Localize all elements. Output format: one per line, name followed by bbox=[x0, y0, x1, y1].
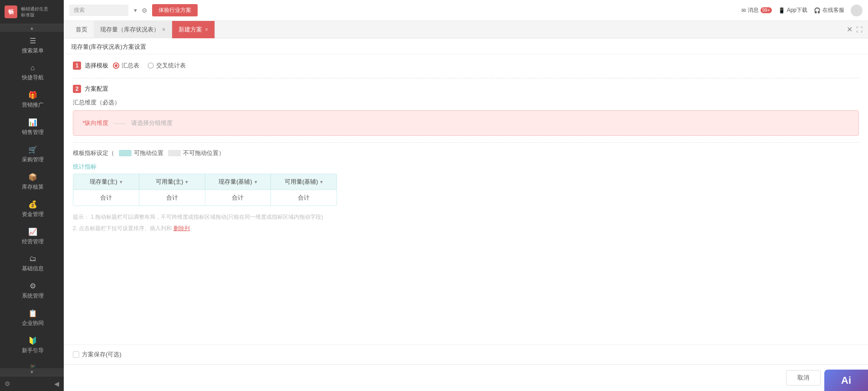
tips-prefix: 提示： bbox=[73, 214, 89, 220]
template-indicator: 模板指标设定（ 可拖动位置 不可拖动位置） bbox=[73, 149, 859, 157]
sidebar-item-app-center[interactable]: 📱 应用中心 bbox=[0, 359, 64, 368]
dimension-placeholder: 请选择分组维度 bbox=[131, 119, 173, 127]
trial-button[interactable]: 体验行业方案 bbox=[152, 4, 198, 16]
draggable-indicator: 可拖动位置 bbox=[119, 149, 163, 157]
inventory-icon: 📦 bbox=[28, 173, 37, 181]
sidebar-scroll-down[interactable]: ▼ bbox=[0, 368, 64, 376]
stats-table-header: 现存量(主) ▾ 可用量(主) ▾ 现存量(基辅) ▾ 可用量(基辅) bbox=[73, 174, 337, 190]
dimension-required-label: *纵向维度 bbox=[82, 119, 108, 127]
sidebar-nav: ☰ 搜索菜单 ⌂ 快捷导航 🎁 营销推广 📊 销售管理 🛒 采购管理 📦 库存核… bbox=[0, 32, 64, 368]
message-icon: ✉ bbox=[741, 7, 746, 14]
stats-section-label: 统计指标 bbox=[73, 163, 859, 171]
topbar-search-display: 搜索 bbox=[69, 5, 128, 16]
user-avatar[interactable] bbox=[851, 5, 863, 16]
radio-summary[interactable]: 汇总表 bbox=[113, 62, 139, 70]
no-drag-label: 不可拖动位置） bbox=[183, 149, 225, 157]
tab-inventory-status[interactable]: 现存量（库存状况表） × bbox=[94, 21, 172, 38]
tip2-link[interactable]: 删除列 bbox=[174, 225, 190, 232]
drag-box bbox=[119, 150, 132, 156]
stats-col-available-main[interactable]: 可用量(主) ▾ bbox=[139, 174, 205, 190]
sidebar-collapse-button[interactable]: ◀ bbox=[54, 380, 59, 387]
topbar-dropdown-icon[interactable]: ▾ bbox=[134, 7, 137, 14]
col0-chevron[interactable]: ▾ bbox=[120, 179, 123, 185]
no-drag-box bbox=[168, 150, 181, 156]
radio-summary-dot bbox=[113, 62, 119, 69]
stats-cell-1: 合计 bbox=[139, 190, 205, 206]
message-badge: 99+ bbox=[761, 7, 772, 13]
app-download-button[interactable]: 📱 App下载 bbox=[778, 6, 807, 14]
sidebar-item-inventory[interactable]: 📦 库存核算 bbox=[0, 168, 64, 196]
save-checkbox[interactable] bbox=[73, 351, 79, 358]
sidebar-item-quick-nav[interactable]: ⌂ 快捷导航 bbox=[0, 59, 64, 86]
drag-label: 可拖动位置 bbox=[134, 149, 163, 157]
dimension-dash: —— bbox=[114, 120, 126, 127]
sidebar: 畅 畅销通好生意 标准版 ▲ ☰ 搜索菜单 ⌂ 快捷导航 🎁 营销推广 📊 销售… bbox=[0, 0, 64, 391]
stats-cell-2: 合计 bbox=[205, 190, 271, 206]
basic-info-icon: 🗂 bbox=[29, 255, 36, 263]
tab-home[interactable]: 首页 bbox=[69, 21, 94, 38]
step1-badge: 1 bbox=[73, 62, 81, 70]
sidebar-item-enterprise[interactable]: 📋 企业协同 bbox=[0, 304, 64, 332]
save-label: 方案保存(可选) bbox=[82, 350, 122, 359]
sidebar-item-purchase[interactable]: 🛒 采购管理 bbox=[0, 141, 64, 168]
marketing-icon: 🎁 bbox=[28, 91, 37, 99]
sidebar-item-marketing[interactable]: 🎁 营销推广 bbox=[0, 86, 64, 113]
message-button[interactable]: ✉ 消息 99+ bbox=[741, 6, 772, 14]
stats-col-current-aux[interactable]: 现存量(基辅) ▾ bbox=[205, 174, 271, 190]
topbar-right: ✉ 消息 99+ 📱 App下载 🎧 在线客服 bbox=[741, 5, 863, 16]
stats-col-current-main[interactable]: 现存量(主) ▾ bbox=[73, 174, 139, 190]
tab-new-plan-close[interactable]: × bbox=[205, 26, 208, 33]
sidebar-item-operations[interactable]: 📈 经营管理 bbox=[0, 223, 64, 250]
col1-chevron[interactable]: ▾ bbox=[185, 179, 188, 185]
headset-icon: 🎧 bbox=[814, 7, 821, 14]
new-guide-icon: 🔰 bbox=[28, 336, 37, 345]
phone-icon: 📱 bbox=[778, 7, 785, 14]
template-indicator-prefix: 模板指标设定（ bbox=[73, 149, 114, 157]
ai-badge[interactable]: Ai bbox=[824, 370, 868, 391]
col2-chevron[interactable]: ▾ bbox=[255, 179, 257, 185]
page-header: 现存量(库存状况表)方案设置 bbox=[64, 38, 868, 54]
sidebar-item-sales[interactable]: 📊 销售管理 bbox=[0, 113, 64, 141]
tips-section: 提示： 1.拖动标题栏可以调整布局，不可跨维度或指标区域拖动(只能在同一维度或指… bbox=[73, 212, 859, 233]
sidebar-item-basic-info[interactable]: 🗂 基础信息 bbox=[0, 250, 64, 277]
sidebar-item-search-menu[interactable]: ☰ 搜索菜单 bbox=[0, 32, 64, 59]
sidebar-item-system[interactable]: ⚙ 系统管理 bbox=[0, 277, 64, 304]
window-close-button[interactable]: ✕ bbox=[847, 25, 853, 34]
step2-title: 方案配置 bbox=[85, 85, 108, 93]
no-drag-indicator: 不可拖动位置） bbox=[168, 149, 225, 157]
stats-col-available-aux[interactable]: 可用量(基辅) ▾ bbox=[271, 174, 337, 190]
col3-chevron[interactable]: ▾ bbox=[320, 179, 323, 185]
step1-section: 1 选择模板 汇总表 交叉统计表 bbox=[73, 62, 859, 70]
quick-nav-icon: ⌂ bbox=[31, 64, 35, 72]
customer-service-button[interactable]: 🎧 在线客服 bbox=[814, 6, 844, 14]
sidebar-bottom: ⚙ ◀ bbox=[0, 376, 64, 391]
sidebar-settings-button[interactable]: ⚙ bbox=[5, 380, 10, 387]
stats-table: 现存量(主) ▾ 可用量(主) ▾ 现存量(基辅) ▾ 可用量(基辅) bbox=[73, 174, 337, 206]
dimension-required-area[interactable]: *纵向维度 —— 请选择分组维度 bbox=[73, 110, 859, 136]
form-body: 1 选择模板 汇总表 交叉统计表 bbox=[64, 54, 868, 345]
topbar-gear-icon[interactable]: ⚙ bbox=[142, 7, 148, 14]
radio-cross[interactable]: 交叉统计表 bbox=[148, 62, 186, 70]
stats-cell-3: 合计 bbox=[271, 190, 337, 206]
sidebar-scroll-up[interactable]: ▲ bbox=[0, 24, 64, 32]
sidebar-item-finance[interactable]: 💰 资金管理 bbox=[0, 196, 64, 223]
page-content: 现存量(库存状况表)方案设置 1 选择模板 汇总表 交叉统计表 bbox=[64, 38, 868, 391]
sidebar-item-new-guide[interactable]: 🔰 新手引导 bbox=[0, 332, 64, 359]
step1-header: 1 选择模板 汇总表 交叉统计表 bbox=[73, 62, 859, 70]
tip2: 2. 点击标题栏下拉可设置排序、插入列和 删除列 bbox=[73, 224, 859, 234]
step-divider-2 bbox=[73, 142, 859, 143]
dimension-label: 汇总维度（必选） bbox=[73, 98, 859, 107]
step2-header: 2 方案配置 bbox=[73, 85, 859, 93]
purchase-icon: 🛒 bbox=[28, 145, 37, 154]
app-logo-icon: 畅 bbox=[5, 5, 17, 18]
stats-table-row: 合计 合计 合计 合计 bbox=[73, 190, 337, 206]
tab-new-plan[interactable]: 新建方案 × bbox=[172, 21, 215, 38]
cancel-button[interactable]: 取消 bbox=[786, 370, 821, 386]
radio-cross-dot bbox=[148, 62, 154, 69]
tab-inventory-status-close[interactable]: × bbox=[162, 26, 165, 33]
topbar: 搜索 ▾ ⚙ 体验行业方案 ✉ 消息 99+ 📱 App下载 🎧 在线客服 bbox=[64, 0, 868, 21]
stats-cell-0: 合计 bbox=[73, 190, 139, 206]
footer-bar: 取消 查询 bbox=[64, 364, 868, 391]
window-expand-button[interactable]: ⛶ bbox=[856, 26, 863, 33]
operations-icon: 📈 bbox=[28, 227, 37, 236]
